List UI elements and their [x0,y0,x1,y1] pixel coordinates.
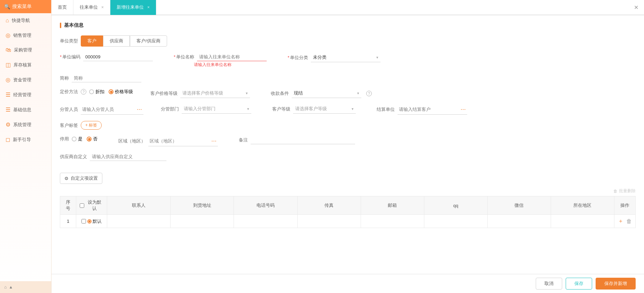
unit-category-group: *单位分类 未分类 ▾ [288,53,380,62]
manager-more-icon[interactable]: ··· [137,106,142,113]
customer-price-select[interactable]: 请选择客户价格等级 ▾ [180,89,250,98]
sidebar-item-newbie[interactable]: ◻ 新手引导 [0,132,51,147]
cell-phone[interactable] [234,215,297,228]
cell-qq[interactable] [424,215,487,228]
sidebar-label: 采购管理 [14,47,32,53]
customer-grade-label: 客户等级 [272,106,290,112]
settle-input[interactable] [399,107,461,112]
cell-email[interactable] [361,215,424,228]
row-checkbox[interactable] [81,219,86,223]
settings-button[interactable]: ⚙ 自定义项设置 [60,173,102,184]
save-button[interactable]: 保存 [566,278,592,290]
tab-new-contact[interactable]: 新增往来单位 × [110,0,156,15]
trash-icon: 🗑 [613,189,618,194]
stop-no-circle [87,137,92,141]
sidebar-item-operation[interactable]: ☰ 经营管理 [0,87,51,102]
customer-price-placeholder: 请选择客户价格等级 [182,90,244,96]
dept-select[interactable]: 请输入分管部门 ▾ [182,104,251,114]
payment-help-icon[interactable]: ? [366,91,372,96]
sidebar-item-purchase[interactable]: 🛍 采购管理 [0,43,51,57]
cell-address[interactable] [171,215,234,228]
unit-btn-both[interactable]: 客户/供应商 [130,35,167,47]
address-input[interactable] [174,219,230,224]
sidebar-label: 销售管理 [13,32,31,39]
cell-contact[interactable] [107,215,171,228]
unit-btn-customer[interactable]: 客户 [81,35,103,47]
abbr-input[interactable] [72,74,141,82]
form-content: 基本信息 单位类型 客户 供应商 客户/供应商 *单位编码 [52,15,644,274]
sidebar-label: 新手引导 [13,137,31,143]
row-delete-button[interactable]: 🗑 [626,218,632,225]
abbr-group: 简称 [60,74,141,82]
pricing-grade-circle [109,89,113,94]
settle-more-icon[interactable]: ··· [461,106,466,113]
wechat-input[interactable] [491,219,547,224]
tab-new-contact-label: 新增往来单位 [117,4,144,10]
supplier-custom-input[interactable] [90,153,166,161]
unit-category-select[interactable]: 未分类 ▾ [311,53,380,62]
sidebar-item-inventory[interactable]: ◫ 库存核算 [0,57,51,72]
pricing-grade-radio[interactable]: 价格等级 [109,89,133,95]
section-title: 基本信息 [60,22,636,29]
stop-group: 停用 是 否 [60,136,97,142]
table-header-row: 序号 设为默认 联系人 到货地址 电话号码 传真 邮箱 qq 微信 所在地区 [60,196,636,215]
tab-contacts[interactable]: 往来单位 × [73,0,110,15]
cancel-button[interactable]: 取消 [536,278,562,290]
customer-price-label: 客户价格等级 [150,90,178,97]
cell-wechat[interactable] [487,215,551,228]
cell-fax[interactable] [297,215,361,228]
save-and-add-button[interactable]: 保存并新增 [596,278,636,290]
sidebar-item-system[interactable]: ⚙ 系统管理 [0,117,51,132]
sidebar-label: 基础信息 [13,107,31,113]
qq-input[interactable] [428,219,484,224]
default-label: 默认 [93,218,102,225]
tab-home[interactable]: 首页 [52,0,73,15]
settings-icon: ⚙ [64,176,69,181]
region-more-icon[interactable]: ··· [211,137,217,145]
inventory-icon: ◫ [6,62,11,68]
tab-contacts-close[interactable]: × [101,5,104,10]
phone-input[interactable] [237,219,293,224]
email-input[interactable] [364,219,421,224]
unit-btn-supplier[interactable]: 供应商 [103,35,130,47]
abbr-row: 简称 [60,74,636,82]
grade-select[interactable]: 请选择客户等级 ▾ [293,104,356,114]
batch-delete-area: 🗑 批量删除 [60,188,636,194]
region-input[interactable] [150,138,211,144]
row-add-button[interactable]: ＋ [618,218,623,225]
operation-icon: ☰ [6,91,10,98]
sidebar-item-sales[interactable]: ◎ 销售管理 [0,28,51,43]
pricing-help-icon[interactable]: ? [81,89,86,95]
select-all-checkbox[interactable] [80,203,84,208]
payment-select[interactable]: 现结 ▾ [292,89,361,98]
sidebar-item-basic[interactable]: ☰ 基础信息 [0,102,51,117]
contact-input[interactable] [111,219,167,224]
sidebar-item-quick-nav[interactable]: ⌂ 快捷导航 [0,13,51,28]
window-close-button[interactable]: ✕ [628,0,644,15]
col-fax: 传真 [297,196,361,215]
manager-input[interactable] [82,107,137,112]
cell-actions: ＋ 🗑 [614,215,635,228]
col-qq: qq [424,196,487,215]
sidebar-label: 快捷导航 [12,17,30,24]
add-tag-button[interactable]: + 标签 [81,121,102,130]
stop-no-radio[interactable]: 否 [87,136,97,142]
tab-new-contact-close[interactable]: × [147,5,150,10]
stop-yes-radio[interactable]: 是 [72,136,83,142]
pricing-discount-radio[interactable]: 折扣 [89,89,104,95]
search-menu-button[interactable]: 🔍 搜索菜单 [0,0,51,13]
search-menu-label: 搜索菜单 [12,3,32,10]
unit-name-group: *单位名称 请输入往来单位名称 [174,53,267,68]
col-seq: 序号 [60,196,76,215]
remark-input[interactable] [251,136,355,144]
sidebar-label: 库存核算 [14,62,32,68]
row-region-input[interactable] [555,219,611,224]
home-icon: ⌂ [6,17,9,24]
default-radio[interactable] [87,219,92,223]
sidebar-item-finance[interactable]: ◎ 资金管理 [0,72,51,87]
unit-name-input[interactable] [197,53,267,61]
batch-delete-label: 批量删除 [619,188,636,194]
unit-code-input[interactable] [83,53,153,61]
fax-input[interactable] [301,219,357,224]
cell-region[interactable] [551,215,614,228]
